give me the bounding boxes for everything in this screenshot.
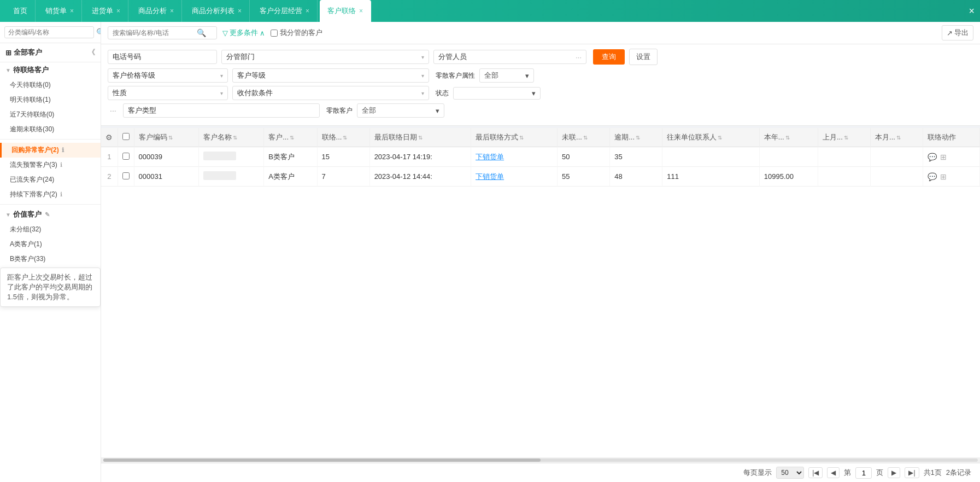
tab-product-analysis-close[interactable]: × [170,7,174,15]
main-search-input[interactable] [113,29,195,37]
page-number-input[interactable] [855,467,872,479]
col-contact-person[interactable]: 往来单位联系人⇅ [662,128,760,147]
tab-product-analysis-list-close[interactable]: × [238,7,242,15]
col-last-contact-date[interactable]: 最后联络日期⇅ [369,128,471,147]
col-current-year[interactable]: 本年...⇅ [759,128,818,147]
sidebar-item-7days[interactable]: 近7天待联络(0) [0,107,101,122]
row-1-name [199,147,264,167]
phone-filter[interactable]: 电话号码 [108,50,217,64]
col-customer-grade[interactable]: 客户...⇅ [264,128,317,147]
retail-customer-dropdown-icon: ▾ [436,107,439,115]
sidebar-item-overdue[interactable]: 逾期未联络(30) [0,122,101,137]
sidebar-item-b-class[interactable]: B类客户(33) [0,252,101,266]
sort-icon-date[interactable]: ⇅ [418,135,422,141]
retail-attr-dropdown[interactable]: 全部 ▾ [479,68,534,83]
sort-icon-uncontacted[interactable]: ⇅ [583,135,588,141]
tab-customer-contact-close[interactable]: × [359,7,363,15]
tab-customer-contact[interactable]: 客户联络 × [320,0,371,22]
sort-icon-year[interactable]: ⇅ [785,135,790,141]
sort-icon-person[interactable]: ⇅ [718,135,722,141]
tab-home[interactable]: 首页 [5,0,36,22]
value-customers-group[interactable]: ▼ 价值客户 ✎ [0,207,101,222]
collapse-icon[interactable]: 《 [88,48,95,57]
sort-icon-method[interactable]: ⇅ [519,135,524,141]
col-last-month[interactable]: 上月...⇅ [818,128,870,147]
row-2-checkbox[interactable] [122,172,130,179]
col-settings[interactable]: ⚙ [101,128,118,147]
sidebar-item-tomorrow[interactable]: 明天待联络(1) [0,92,101,107]
info-icon-2: ℹ [60,161,62,168]
col-customer-name[interactable]: 客户名称⇅ [199,128,264,147]
col-last-contact-method[interactable]: 最后联络方式⇅ [471,128,558,147]
payment-filter[interactable]: 收付款条件 ▾ [232,86,429,100]
last-page-button[interactable]: ▶| [905,467,919,478]
prev-page-button[interactable]: ◀ [827,467,840,478]
row-1-method-link[interactable]: 下销货单 [476,153,504,161]
row-1-person [662,147,760,167]
sort-icon-current-month[interactable]: ⇅ [896,135,901,141]
sidebar-item-churn-warning[interactable]: 流失预警客户(3) ℹ [0,158,101,172]
query-button[interactable]: 查询 [593,49,625,65]
retail-customer-area: 零散客户 全部 ▾ [324,103,444,118]
dept-filter[interactable]: 分管部门 ▾ [221,50,429,64]
scrollbar-track [103,458,978,462]
row-2-method-link[interactable]: 下销货单 [476,172,504,181]
row-1-checkbox[interactable] [122,153,130,160]
tab-customer-segmentation[interactable]: 客户分层经营 × [252,0,318,22]
more-dots[interactable]: ··· [110,106,116,115]
select-all-checkbox[interactable] [122,133,130,140]
window-close-button[interactable]: × [969,5,975,17]
sidebar-search-input[interactable] [4,26,94,38]
retail-customer-dropdown[interactable]: 全部 ▾ [357,103,444,118]
col-customer-code[interactable]: 客户编码⇅ [134,128,199,147]
gear-icon[interactable]: ⚙ [105,133,113,142]
sidebar-item-ungrouped[interactable]: 未分组(32) [0,222,101,237]
sort-icon-overdue[interactable]: ⇅ [636,135,640,141]
settings-button[interactable]: 设置 [629,49,658,65]
tab-customer-segmentation-close[interactable]: × [306,7,309,15]
sort-icon-code[interactable]: ⇅ [168,135,173,141]
pending-contact-group[interactable]: ▼ 待联络客户 [0,62,101,78]
horizontal-scrollbar[interactable] [101,457,980,463]
tab-purchase-order[interactable]: 进货单 × [84,0,128,22]
col-current-month[interactable]: 本月...⇅ [871,128,923,147]
edit-icon[interactable]: ✎ [45,211,50,218]
first-page-button[interactable]: |◀ [808,467,823,478]
manager-filter[interactable]: 分管人员 ··· [433,50,586,64]
sidebar-item-churned[interactable]: 已流失客户(24) [0,172,101,187]
gender-filter[interactable]: 性质 ▾ [108,86,228,100]
sort-icon-last-month[interactable]: ⇅ [844,135,848,141]
col-contact-count[interactable]: 联络...⇅ [317,128,369,147]
export-button[interactable]: ↗ 导出 [942,25,973,40]
tab-product-analysis[interactable]: 商品分析 × [131,0,182,22]
sidebar-item-a-class[interactable]: A类客户(1) [0,237,101,252]
row-2-chat-icon[interactable]: 💬 [928,172,937,181]
sidebar-item-today[interactable]: 今天待联络(0) [0,78,101,92]
sort-icon-contact[interactable]: ⇅ [343,135,347,141]
row-1-more-icon[interactable]: ⊞ [940,153,947,161]
next-page-button[interactable]: ▶ [888,467,900,478]
tab-sales-order[interactable]: 销货单 × [38,0,82,22]
row-2-more-icon[interactable]: ⊞ [940,172,947,181]
more-conditions-button[interactable]: ▽ 更多条件 ∧ [222,28,265,38]
table-row: 1 000039 B类客户 15 2023-04-17 14:19: 下销货单 [101,147,980,167]
my-customers-checkbox[interactable] [271,30,278,37]
sidebar-search-icon[interactable]: 🔍 [96,28,101,37]
sort-icon-grade[interactable]: ⇅ [290,135,294,141]
page-size-select[interactable]: 50 100 200 [776,467,804,479]
status-dropdown[interactable]: ▾ [453,87,541,100]
sidebar-item-declining[interactable]: 持续下滑客户(2) ℹ [0,187,101,202]
col-uncontacted[interactable]: 未联...⇅ [558,128,610,147]
row-1-chat-icon[interactable]: 💬 [928,153,937,161]
customer-type-filter[interactable]: 客户类型 [123,103,320,118]
top-navigation: 首页 销货单 × 进货单 × 商品分析 × 商品分析列表 × 客户分层经营 × … [0,0,980,22]
customer-grade-filter[interactable]: 客户等级 ▾ [232,68,429,83]
customer-price-grade-filter[interactable]: 客户价格等级 ▾ [108,68,228,83]
sort-icon-name[interactable]: ⇅ [233,135,237,141]
main-search-icon[interactable]: 🔍 [197,28,206,37]
tab-sales-order-close[interactable]: × [70,7,74,15]
sidebar-item-repurchase-abnormal[interactable]: 回购异常客户(2) ℹ [0,143,101,158]
tab-purchase-order-close[interactable]: × [116,7,120,15]
tab-product-analysis-list[interactable]: 商品分析列表 × [184,0,250,22]
col-overdue[interactable]: 逾期...⇅ [610,128,662,147]
